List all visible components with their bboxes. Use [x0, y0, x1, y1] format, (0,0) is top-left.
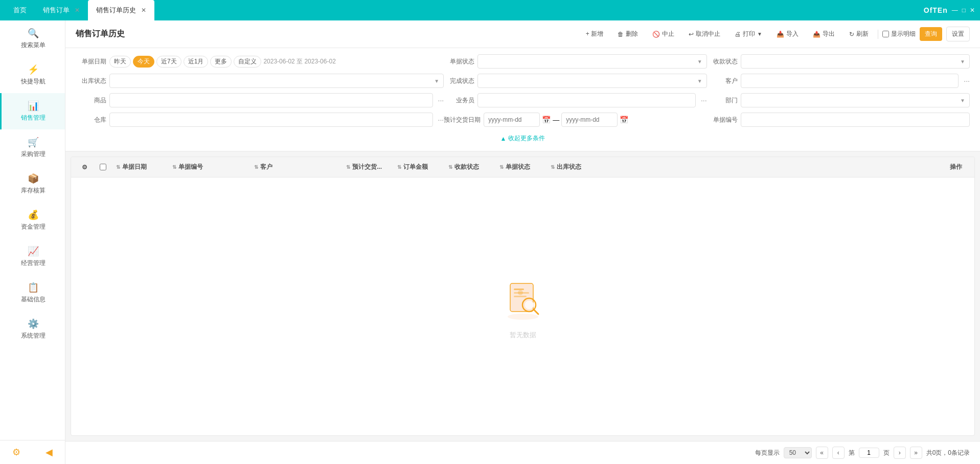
complete-status-select[interactable]: ▼ [477, 74, 706, 88]
warehouse-label: 仓库 [76, 116, 106, 124]
col-action: 操作 [598, 163, 970, 171]
date-filter-buttons: 昨天 今天 近7天 近1月 更多 自定义 2023-06-02 至 2023-0… [109, 56, 444, 68]
sidebar-item-basic-info[interactable]: 📋 基础信息 [0, 275, 65, 311]
close-button[interactable]: ✕ [970, 7, 975, 14]
sidebar-item-search-menu[interactable]: 🔍 搜索菜单 [0, 20, 65, 57]
col-receipt-sort-icon: ⇅ [448, 164, 452, 170]
delete-button[interactable]: 🗑 删除 [612, 27, 643, 41]
import-label: 导入 [786, 30, 799, 38]
warehouse-input[interactable] [109, 113, 433, 127]
main-layout: 🔍 搜索菜单 ⚡ 快捷导航 📊 销售管理 🛒 采购管理 📦 库存核算 💰 资金管… [0, 20, 980, 464]
purchase-mgmt-icon: 🛒 [28, 137, 39, 148]
search-menu-icon: 🔍 [28, 28, 39, 39]
next-page-button[interactable]: › [894, 447, 906, 459]
sidebar-item-operations[interactable]: 📈 经营管理 [0, 238, 65, 275]
date-btn-today[interactable]: 今天 [133, 56, 154, 68]
search-button[interactable]: 查询 [920, 27, 942, 41]
date-btn-yesterday[interactable]: 昨天 [109, 56, 131, 68]
print-label: 打印 [743, 30, 755, 38]
customer-label: 客户 [707, 77, 738, 85]
display-detail-checkbox[interactable] [882, 31, 889, 37]
page-number-input[interactable] [859, 448, 879, 458]
calendar-end-icon[interactable]: 📅 [620, 116, 628, 124]
display-detail-checkbox-label[interactable]: 显示明细 [882, 30, 916, 38]
col-settings[interactable]: ⚙ [75, 164, 94, 171]
sidebar-item-inventory[interactable]: 📦 库存核算 [0, 166, 65, 202]
settings-col-icon: ⚙ [82, 164, 87, 171]
sidebar-item-quick-nav[interactable]: ⚡ 快捷导航 [0, 57, 65, 93]
date-btn-custom[interactable]: 自定义 [234, 56, 261, 68]
col-date-sort-icon: ⇅ [116, 164, 120, 170]
receipt-status-select[interactable]: ▼ [741, 54, 970, 69]
col-no[interactable]: ⇅ 单据编号 [168, 163, 250, 171]
import-button[interactable]: 📥 导入 [771, 27, 804, 41]
first-page-button[interactable]: « [816, 447, 828, 459]
complete-status-arrow-icon: ▼ [697, 78, 702, 84]
tab-sales-order[interactable]: 销售订单 ✕ [35, 0, 88, 20]
stop-icon: 🚫 [652, 31, 660, 38]
select-all-checkbox[interactable] [100, 164, 106, 170]
new-button[interactable]: + 新增 [581, 27, 608, 41]
system-mgmt-icon: ⚙️ [28, 318, 39, 329]
out-status-select[interactable]: ▼ [109, 74, 444, 88]
sidebar-item-system-mgmt[interactable]: ⚙️ 系统管理 [0, 311, 65, 347]
customer-input[interactable] [741, 74, 959, 88]
order-no-input[interactable] [741, 113, 970, 127]
order-no-label: 单据编号 [707, 116, 738, 124]
export-label: 导出 [823, 30, 835, 38]
col-out[interactable]: ⇅ 出库状态 [546, 163, 598, 171]
stop-button[interactable]: 🚫 中止 [647, 27, 679, 41]
col-receipt[interactable]: ⇅ 收款状态 [444, 163, 495, 171]
table-container: ⚙ ⇅ 单据日期 ⇅ 单据编号 ⇅ 客户 ⇅ [71, 157, 975, 436]
col-status-label: 单据状态 [506, 163, 530, 171]
tab-sales-order-close[interactable]: ✕ [75, 7, 80, 14]
collapse-more[interactable]: ▲ 收起更多条件 [76, 132, 970, 145]
salesperson-dots-icon[interactable]: ··· [701, 96, 707, 104]
col-no-sort-icon: ⇅ [172, 164, 176, 170]
maximize-button[interactable]: □ [962, 7, 966, 14]
date-btn-1month[interactable]: 近1月 [184, 56, 209, 68]
date-btn-more[interactable]: 更多 [210, 56, 232, 68]
col-date[interactable]: ⇅ 单据日期 [112, 163, 168, 171]
tab-home[interactable]: 首页 [5, 6, 35, 15]
page-label: 第 [849, 449, 855, 457]
export-button[interactable]: 📤 导出 [808, 27, 840, 41]
goods-label: 商品 [76, 96, 106, 105]
col-status[interactable]: ⇅ 单据状态 [495, 163, 546, 171]
prev-page-button[interactable]: ‹ [832, 447, 845, 459]
col-amount[interactable]: ⇅ 订单金额 [393, 163, 444, 171]
filter-row-2: 出库状态 ▼ 完成状态 ▼ 客户 ··· [76, 74, 970, 88]
settings-icon[interactable]: ⚙ [12, 447, 20, 458]
goods-dots-icon[interactable]: ··· [438, 96, 444, 104]
date-range-text: 2023-06-02 至 2023-06-02 [263, 57, 335, 66]
calendar-start-icon[interactable]: 📅 [542, 116, 551, 124]
col-customer[interactable]: ⇅ 客户 [250, 163, 342, 171]
filter-complete-status: 完成状态 ▼ [444, 74, 706, 88]
sidebar-item-operations-label: 经营管理 [21, 259, 45, 268]
customer-dots-icon[interactable]: ··· [964, 77, 970, 85]
date-btn-7days[interactable]: 近7天 [156, 56, 181, 68]
sidebar-item-sales-mgmt[interactable]: 📊 销售管理 [0, 93, 65, 129]
order-status-select[interactable]: ▼ [477, 54, 706, 69]
print-button[interactable]: 🖨 打印 ▼ [730, 27, 767, 41]
sidebar-item-purchase-mgmt[interactable]: 🛒 采购管理 [0, 129, 65, 166]
cancel-stop-button[interactable]: ↩ 取消中止 [683, 27, 725, 41]
svg-rect-2 [514, 289, 524, 290]
per-page-select[interactable]: 50 10 20 100 [784, 447, 812, 458]
dept-select[interactable]: ▼ [741, 93, 970, 107]
delivery-date-end[interactable] [561, 113, 618, 127]
last-page-button[interactable]: » [910, 447, 922, 459]
salesperson-input[interactable] [477, 93, 696, 107]
col-delivery[interactable]: ⇅ 预计交货... [342, 163, 393, 171]
warehouse-dots-icon[interactable]: ··· [438, 116, 444, 124]
delivery-date-start[interactable] [484, 113, 540, 127]
sidebar-item-finance[interactable]: 💰 资金管理 [0, 202, 65, 238]
set-button[interactable]: 设置 [946, 27, 970, 41]
minimize-button[interactable]: — [952, 7, 958, 14]
collapse-sidebar-icon[interactable]: ◀ [45, 447, 53, 458]
goods-input[interactable] [109, 93, 433, 107]
tab-sales-order-history[interactable]: 销售订单历史 ✕ [88, 0, 154, 20]
tab-history-close[interactable]: ✕ [141, 7, 146, 14]
refresh-button[interactable]: ↻ 刷新 [844, 27, 874, 41]
col-checkbox[interactable] [94, 164, 112, 170]
